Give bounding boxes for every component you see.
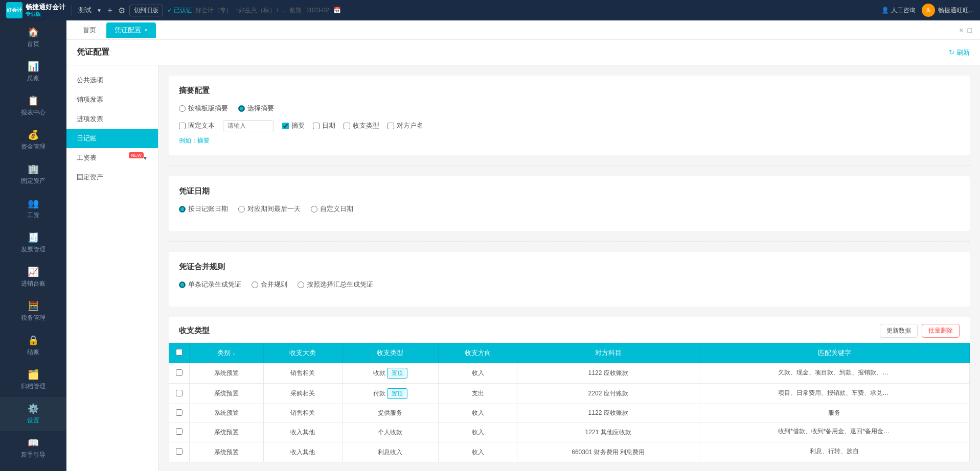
sidebar-item-salary[interactable]: 👥 工资	[0, 192, 66, 226]
user-area[interactable]: 头 畅捷通旺旺...	[922, 4, 974, 17]
checkbox-fixed-label[interactable]: 固定文本	[179, 121, 215, 130]
radio-summary-gen-label[interactable]: 按照选择汇总生成凭证	[298, 280, 373, 289]
calendar-icon[interactable]: 📅	[333, 7, 341, 14]
table-row: 系统预置 销售相关 提供服务 收入 1122 应收账款 服务	[169, 404, 970, 422]
left-nav: 公共选项 销项发票 进项发票 日记账 工资表 NEW ▼ 固定资产	[66, 65, 158, 471]
row-category: 系统预置	[190, 442, 264, 462]
sidebar-item-ledger[interactable]: 📊 总账	[0, 55, 66, 89]
sidebar-item-funds[interactable]: 💰 资金管理	[0, 123, 66, 157]
topbar-dropdown-icon[interactable]: ▼	[97, 8, 102, 13]
left-nav-item-public[interactable]: 公共选项	[66, 70, 158, 90]
radio-merge-label[interactable]: 合并规则	[252, 280, 287, 289]
radio-period-last[interactable]	[238, 206, 245, 213]
tab-close-icon[interactable]: ×	[144, 27, 148, 34]
service-button[interactable]: 👤 人工咨询	[881, 6, 916, 15]
sidebar-item-close[interactable]: 🔒 结账	[0, 328, 66, 363]
row-checkbox[interactable]	[176, 390, 183, 396]
checkbox-date[interactable]	[313, 123, 320, 129]
avatar: 头	[922, 4, 935, 17]
left-nav-item-sales-invoice[interactable]: 销项发票	[66, 90, 158, 109]
fixed-text-input[interactable]	[223, 120, 274, 131]
reports-icon: 📋	[28, 95, 39, 106]
tab-voucher-config[interactable]: 凭证配置 ×	[106, 22, 156, 38]
switch-version-button[interactable]: 切到旧版	[129, 5, 163, 16]
radio-single-label[interactable]: 单条记录生成凭证	[179, 280, 241, 289]
update-data-button[interactable]: 更新数据	[880, 324, 918, 338]
left-nav-item-payroll[interactable]: 工资表 NEW ▼	[66, 148, 158, 168]
sidebar-item-guide[interactable]: 📖 新手引导	[0, 431, 66, 465]
topbar-tags: ✓ 已认证 好会计（专） +好生意（标）+ ... 账期 2023-02 📅	[167, 6, 877, 15]
th-category: 类别 ↓	[190, 343, 264, 363]
radio-template[interactable]	[179, 105, 186, 112]
sidebar-item-tax[interactable]: 🧮 税务管理	[0, 294, 66, 328]
divider-2	[169, 241, 970, 242]
checkbox-income-type[interactable]	[344, 123, 350, 129]
sidebar-item-invoice[interactable]: 🧾 发票管理	[0, 226, 66, 260]
row-direction: 收入	[439, 363, 517, 384]
radio-journal-date[interactable]	[179, 206, 186, 213]
test-label: 测试	[78, 6, 92, 15]
home-icon: 🏠	[28, 27, 39, 38]
radio-select[interactable]	[238, 105, 245, 112]
logo-text: 畅捷通好会计	[26, 3, 65, 11]
radio-journal-date-label[interactable]: 按日记账日期	[179, 204, 228, 214]
row-keywords: 收到*借款、收到*备用金、退回*备用金、个人	[699, 422, 970, 442]
sidebar-item-assets[interactable]: 🏢 固定资产	[0, 157, 66, 192]
batch-delete-button[interactable]: 批量删除	[922, 324, 960, 338]
tab-home[interactable]: 首页	[75, 22, 104, 38]
radio-custom-date-label[interactable]: 自定义日期	[311, 204, 353, 214]
checkbox-income-type-label[interactable]: 收支类型	[344, 121, 379, 130]
sidebar-label-sales: 进销台账	[21, 279, 45, 288]
checkbox-counterparty-label[interactable]: 对方户名	[388, 121, 423, 130]
sidebar-item-member[interactable]: 👑 畅会员	[0, 465, 66, 471]
left-nav-item-purchase-invoice[interactable]: 进项发票	[66, 109, 158, 129]
row-checkbox-cell	[169, 404, 190, 422]
sidebar-item-home[interactable]: 🏠 首页	[0, 20, 66, 55]
row-checkbox[interactable]	[176, 409, 183, 416]
income-section-title: 收支类型	[179, 326, 210, 336]
sidebar-item-settings[interactable]: ⚙️ 设置	[0, 397, 66, 431]
row-checkbox[interactable]	[176, 448, 183, 455]
inner-layout: 公共选项 销项发票 进项发票 日记账 工资表 NEW ▼ 固定资产	[66, 65, 980, 471]
radio-summary-gen[interactable]	[298, 281, 304, 288]
tax-icon: 🧮	[28, 300, 39, 312]
checkbox-summary-label[interactable]: 摘要	[282, 121, 305, 130]
top-tag-button[interactable]: 置顶	[387, 388, 407, 399]
summary-checkbox-row: 固定文本 摘要 日期 收支类型	[179, 120, 960, 131]
select-all-checkbox[interactable]	[176, 349, 183, 356]
refresh-button[interactable]: ↻ 刷新	[949, 48, 970, 57]
left-nav-item-fixed-assets[interactable]: 固定资产	[66, 168, 158, 187]
sidebar-item-reports[interactable]: 📋 报表中心	[0, 89, 66, 123]
logo-icon: 好会计	[6, 2, 22, 18]
radio-custom-date[interactable]	[311, 206, 317, 213]
settings-icon: ⚙️	[28, 403, 39, 414]
sidebar-item-archive[interactable]: 🗂️ 归档管理	[0, 363, 66, 397]
left-nav-item-journal[interactable]: 日记账	[66, 129, 158, 148]
top-tag-button[interactable]: 置顶	[387, 368, 407, 379]
radio-merge[interactable]	[252, 281, 258, 288]
topbar: 好会计 畅捷通好会计 专业版 测试 ▼ ＋ ⚙ 切到旧版 ✓ 已认证 好会计（专…	[0, 0, 980, 20]
row-checkbox[interactable]	[176, 369, 183, 376]
radio-period-last-label[interactable]: 对应期间最后一天	[238, 204, 301, 214]
sidebar-item-sales[interactable]: 📈 进销台账	[0, 260, 66, 294]
checkbox-fixed-text[interactable]	[179, 123, 186, 129]
radio-template-label[interactable]: 按模板版摘要	[179, 104, 228, 113]
topbar-plus-icon[interactable]: ＋	[106, 5, 114, 16]
page-title: 凭证配置	[77, 47, 109, 58]
checkbox-counterparty[interactable]	[388, 123, 394, 129]
fullscreen-icon[interactable]: □	[968, 26, 972, 34]
row-type: 收款 置顶	[342, 363, 438, 384]
logo-sub: 专业版	[26, 11, 65, 17]
close-window-icon[interactable]: ×	[959, 26, 963, 34]
checkbox-summary[interactable]	[282, 123, 289, 129]
tab-controls: × □	[959, 26, 972, 34]
checkbox-date-label[interactable]: 日期	[313, 121, 335, 130]
invoice-icon: 🧾	[28, 232, 39, 243]
radio-single[interactable]	[179, 281, 186, 288]
th-checkbox	[169, 343, 190, 363]
row-checkbox-cell	[169, 422, 190, 442]
th-major: 收支大类	[264, 343, 343, 363]
radio-select-label[interactable]: 选择摘要	[238, 104, 274, 113]
topbar-gear-icon[interactable]: ⚙	[118, 6, 125, 15]
row-checkbox[interactable]	[176, 428, 183, 435]
